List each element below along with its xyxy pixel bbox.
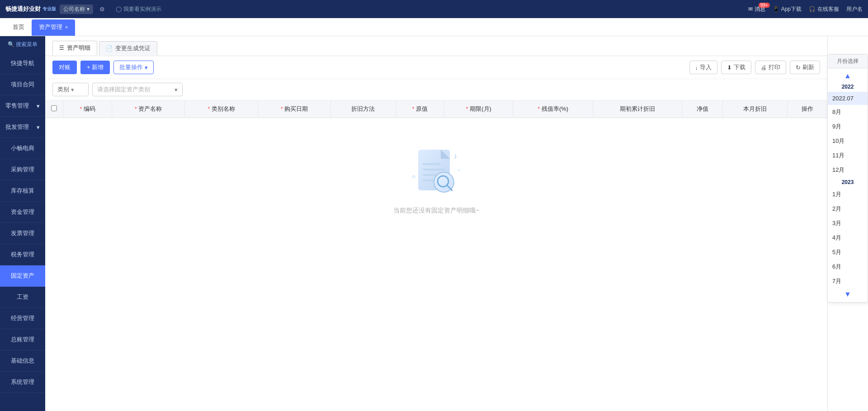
company-selector[interactable]: 公司名称 ▾ xyxy=(60,5,93,14)
sidebar-item-inventory[interactable]: 库存核算 xyxy=(0,180,45,202)
th-depreciation-method: 折旧方法 xyxy=(331,100,396,118)
settings-icon[interactable]: ⚙ xyxy=(99,6,105,13)
sidebar-item-fixed-assets[interactable]: 固定资产 xyxy=(0,265,45,287)
month-item-2022-11[interactable]: 11月 xyxy=(828,148,868,163)
month-item-2023-06[interactable]: 6月 xyxy=(828,260,868,274)
month-item-2023-05[interactable]: 5月 xyxy=(828,245,868,260)
svg-point-12 xyxy=(458,169,460,171)
month-item-2023-01[interactable]: 1月 xyxy=(828,187,868,202)
month-label: 1月 xyxy=(832,190,841,198)
sidebar-item-label: 采购管理 xyxy=(11,165,34,174)
subtab-asset-detail[interactable]: ☰ 资产明细 xyxy=(52,41,97,56)
sidebar-item-label: 资金管理 xyxy=(11,208,34,216)
month-item-2023-03[interactable]: 3月 xyxy=(828,216,868,231)
sidebar-item-wholesale-mgmt[interactable]: 批发管理 ▾ xyxy=(0,117,45,138)
user-button[interactable]: 用户名 xyxy=(846,5,863,13)
sidebar-item-label: 固定资产 xyxy=(11,272,34,280)
demo-icon: ◯ xyxy=(116,6,122,12)
subtab-change-voucher[interactable]: 📄 变更生成凭证 xyxy=(99,41,157,55)
sidebar-item-label: 小畅电商 xyxy=(11,144,34,152)
import-icon: ↓ xyxy=(695,64,698,71)
print-icon: 🖨 xyxy=(761,64,767,71)
sidebar-item-system-mgmt[interactable]: 系统管理 xyxy=(0,372,45,393)
add-new-button[interactable]: + 新增 xyxy=(80,61,110,74)
demo-text: 我要看实例演示 xyxy=(123,5,161,13)
sidebar-item-general-ledger[interactable]: 总账管理 xyxy=(0,329,45,350)
download-button[interactable]: ⬇ 下载 xyxy=(721,61,751,74)
month-item-2022-09[interactable]: 9月 xyxy=(828,119,868,134)
right-panel: 月份选择 ▲ 2022 2022.07 8月 9月 10月 xyxy=(827,36,868,411)
tab-home[interactable]: 首页 xyxy=(5,19,32,36)
demo-link[interactable]: ◯ 我要看实例演示 xyxy=(116,5,161,13)
content-area: ☰ 资产明细 📄 变更生成凭证 对账 + 新增 批量操作 ▾ ↓ 导入 xyxy=(45,36,827,411)
print-button[interactable]: 🖨 打印 xyxy=(755,61,786,74)
sidebar-search[interactable]: 🔍 搜索菜单 xyxy=(0,36,45,53)
sidebar-item-label: 项目合同 xyxy=(11,80,34,89)
import-button[interactable]: ↓ 导入 xyxy=(689,61,718,74)
sidebar-item-label: 零售管理 xyxy=(5,102,29,110)
select-all-checkbox[interactable] xyxy=(51,105,57,111)
top-bar: 畅捷通好业财 专业版 公司名称 ▾ ⚙ ◯ 我要看实例演示 ✉ 消息 99+ 📱… xyxy=(0,0,868,18)
tab-close-icon[interactable]: × xyxy=(65,24,68,30)
brand: 畅捷通好业财 专业版 xyxy=(5,5,56,13)
brand-name: 畅捷通好业财 xyxy=(5,5,41,13)
online-service-button[interactable]: 🎧 在线客服 xyxy=(809,5,839,13)
sidebar-item-quick-nav[interactable]: 快捷导航 xyxy=(0,53,45,74)
app-download-button[interactable]: 📱 App下载 xyxy=(773,5,802,13)
category-input[interactable]: 请选择固定资产类别 ▾ xyxy=(92,83,183,96)
message-badge: 99+ xyxy=(759,3,770,8)
sidebar-item-ecommerce[interactable]: 小畅电商 xyxy=(0,138,45,159)
sidebar: 🔍 搜索菜单 快捷导航 项目合同 零售管理 ▾ 批发管理 ▾ 小畅电商 采购管理… xyxy=(0,36,45,411)
sidebar-item-purchase-mgmt[interactable]: 采购管理 xyxy=(0,159,45,180)
month-item-2022-12[interactable]: 12月 xyxy=(828,163,868,177)
th-residual-rate: * 残值率(%) xyxy=(513,100,593,118)
company-name: 公司名称 xyxy=(63,5,85,13)
top-bar-left: 畅捷通好业财 专业版 公司名称 ▾ ⚙ ◯ 我要看实例演示 xyxy=(5,5,748,14)
nav-tabs: 首页 资产管理 × xyxy=(0,18,868,36)
chevron-down-icon: ▾ xyxy=(145,64,148,71)
th-accumulated-depreciation: 期初累计折旧 xyxy=(593,100,682,118)
refresh-icon: ↻ xyxy=(796,64,801,71)
th-asset-name: * 资产名称 xyxy=(112,100,184,118)
sidebar-item-label: 系统管理 xyxy=(11,378,34,386)
sidebar-item-operation[interactable]: 经营管理 xyxy=(0,308,45,329)
month-item-2023-04[interactable]: 4月 xyxy=(828,231,868,245)
sidebar-item-basic-info[interactable]: 基础信息 xyxy=(0,350,45,372)
svg-rect-3 xyxy=(423,169,445,170)
category-select[interactable]: 类别 ▾ xyxy=(52,83,89,96)
month-item-2023-07[interactable]: 7月 xyxy=(828,274,868,288)
sidebar-item-retail-mgmt[interactable]: 零售管理 ▾ xyxy=(0,95,45,117)
month-item-2023-02[interactable]: 2月 xyxy=(828,202,868,216)
svg-point-11 xyxy=(412,175,415,179)
th-checkbox xyxy=(45,100,63,118)
tab-asset-management-label: 资产管理 xyxy=(39,23,62,31)
th-purchase-date: * 购买日期 xyxy=(258,100,330,118)
refresh-button[interactable]: ↻ 刷新 xyxy=(790,61,820,74)
sidebar-item-project-contract[interactable]: 项目合同 xyxy=(0,74,45,95)
search-label: 搜索菜单 xyxy=(16,41,38,47)
sidebar-item-tax[interactable]: 税务管理 xyxy=(0,244,45,265)
month-item-2022-08[interactable]: 8月 xyxy=(828,105,868,119)
month-picker-title: 月份选择 xyxy=(837,58,859,64)
th-original-value: * 原值 xyxy=(396,100,444,118)
month-item-2022-07[interactable]: 2022.07 xyxy=(828,92,868,105)
sidebar-item-salary[interactable]: 工资 xyxy=(0,287,45,308)
batch-ops-button[interactable]: 批量操作 ▾ xyxy=(113,61,154,74)
chevron-down-icon: ▾ xyxy=(175,86,178,93)
filter-bar: 类别 ▾ 请选择固定资产类别 ▾ xyxy=(45,79,827,100)
chevron-down-icon: ▾ xyxy=(87,6,90,12)
down-arrow-icon[interactable]: ▼ xyxy=(844,290,851,298)
reconcile-button[interactable]: 对账 xyxy=(52,61,77,74)
sidebar-item-finance[interactable]: 资金管理 xyxy=(0,202,45,223)
year-label-2022: 2022 xyxy=(828,82,868,92)
sidebar-item-invoice[interactable]: 发票管理 xyxy=(0,223,45,244)
subtab-change-voucher-label: 变更生成凭证 xyxy=(115,44,151,52)
message-button[interactable]: ✉ 消息 99+ xyxy=(748,5,765,13)
month-label: 10月 xyxy=(832,137,844,145)
tab-asset-management[interactable]: 资产管理 × xyxy=(32,19,75,36)
up-arrow-icon[interactable]: ▲ xyxy=(844,72,851,80)
refresh-label: 刷新 xyxy=(802,63,814,71)
sidebar-item-label: 总账管理 xyxy=(11,335,34,344)
month-item-2022-10[interactable]: 10月 xyxy=(828,134,868,148)
year-label-2023: 2023 xyxy=(828,177,868,187)
